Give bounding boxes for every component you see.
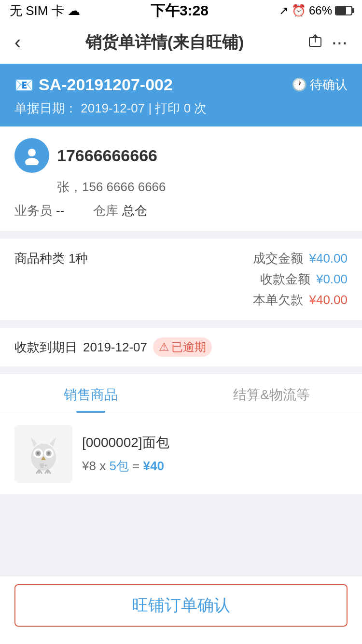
order-date: 2019-12-07 [81, 101, 145, 115]
page-title: 销货单详情(来自旺铺) [85, 31, 244, 54]
svg-marker-5 [30, 437, 37, 447]
sales-meta: 业务员 -- [14, 202, 64, 219]
quantity: 5包 [109, 459, 128, 473]
share-button[interactable] [308, 34, 322, 51]
customer-card: 17666666666 张，156 6666 6666 业务员 -- 仓库 总仓 [0, 126, 362, 231]
tabs: 销售商品 结算&物流等 [0, 374, 362, 413]
summary-card: 商品种类 1种 成交金额 ¥40.00 收款金额 ¥0.00 本单欠款 ¥40.… [0, 238, 362, 320]
tab-sales-products-label: 销售商品 [64, 387, 118, 402]
more-button[interactable]: ··· [332, 31, 348, 53]
order-print: 打印 0 次 [155, 101, 207, 115]
amount-label: 成交金额 [253, 250, 303, 267]
owed-row: 本单欠款 ¥40.00 [253, 292, 348, 308]
svg-point-12 [47, 452, 50, 455]
due-date-value: 2019-12-07 [83, 340, 147, 355]
sim-status: 无 SIM 卡 ☁ [10, 2, 80, 19]
status-bar: 无 SIM 卡 ☁ 下午3:28 ↗ ⏰ 66% [0, 0, 362, 21]
due-date-label: 收款到期日 [14, 339, 77, 356]
summary-right: 成交金额 ¥40.00 收款金额 ¥0.00 本单欠款 ¥40.00 [253, 250, 348, 308]
svg-point-2 [28, 149, 36, 156]
product-type-item: 商品种类 1种 [14, 250, 88, 267]
product-price: ¥8 x 5包 = ¥40 [82, 458, 348, 475]
nav-bar: ‹ 销货单详情(来自旺铺) ··· [0, 21, 362, 64]
alarm-icon: ⏰ [292, 4, 306, 17]
amount-value: ¥40.00 [309, 251, 348, 266]
overdue-badge: ⚠ 已逾期 [153, 337, 212, 357]
customer-meta: 业务员 -- 仓库 总仓 [14, 202, 348, 219]
product-type-value: 1种 [69, 250, 88, 267]
overdue-icon: ⚠ [159, 340, 169, 354]
back-button[interactable]: ‹ [14, 31, 21, 53]
status-right: ↗ ⏰ 66% [279, 4, 352, 17]
order-meta: 单据日期： 2019-12-07 | 打印 0 次 [14, 100, 348, 117]
avatar [14, 138, 49, 173]
tab-settlement-label: 结算&物流等 [233, 387, 310, 402]
tab-sales-products[interactable]: 销售商品 [0, 374, 181, 413]
received-value: ¥0.00 [316, 272, 348, 287]
owed-value: ¥40.00 [309, 293, 348, 308]
received-label: 收款金额 [260, 271, 310, 288]
order-separator: | [148, 101, 155, 115]
nav-actions: ··· [308, 31, 348, 53]
amount-row: 成交金额 ¥40.00 [253, 250, 348, 267]
order-status: 🕐 待确认 [292, 76, 348, 93]
sales-value: -- [56, 203, 64, 218]
due-date-card: 收款到期日 2019-12-07 ⚠ 已逾期 [0, 328, 362, 366]
price-total: ¥40 [143, 459, 164, 473]
product-type-label: 商品种类 [14, 250, 65, 267]
owed-label: 本单欠款 [253, 292, 303, 308]
battery-icon [335, 6, 352, 15]
order-id-text: SA-20191207-002 [39, 75, 173, 94]
customer-phone: 17666666666 [57, 146, 157, 165]
order-header-top: 📧 SA-20191207-002 🕐 待确认 [14, 75, 348, 94]
received-row: 收款金额 ¥0.00 [260, 271, 348, 288]
product-name: [0000002]面包 [82, 434, 348, 452]
warehouse-label: 仓库 [93, 202, 118, 219]
warehouse-meta: 仓库 总仓 [93, 202, 147, 219]
svg-text:管+: 管+ [40, 463, 47, 468]
svg-marker-6 [50, 437, 56, 447]
svg-point-3 [25, 158, 39, 165]
tab-settlement[interactable]: 结算&物流等 [181, 374, 362, 413]
order-icon: 📧 [14, 76, 34, 94]
equals: = [129, 459, 143, 473]
location-icon: ↗ [279, 4, 289, 17]
status-text: 待确认 [310, 76, 348, 93]
order-id: 📧 SA-20191207-002 [14, 75, 173, 94]
product-list: 管+ [0000002]面包 ¥8 x 5包 = ¥40 [0, 413, 362, 494]
product-thumbnail: 管+ [14, 425, 72, 483]
svg-point-11 [37, 452, 40, 455]
summary-left: 商品种类 1种 [14, 250, 88, 267]
battery-status: 66% [309, 4, 332, 17]
sales-label: 业务员 [14, 202, 52, 219]
product-info: [0000002]面包 ¥8 x 5包 = ¥40 [82, 434, 348, 475]
confirm-button[interactable]: 旺铺订单确认 [14, 584, 348, 627]
customer-top: 17666666666 [14, 138, 348, 173]
order-date-label: 单据日期： [14, 101, 77, 115]
bottom-area: 旺铺订单确认 [0, 576, 362, 644]
customer-name: 张，156 6666 6666 [14, 179, 348, 196]
order-header: 📧 SA-20191207-002 🕐 待确认 单据日期： 2019-12-07… [0, 64, 362, 126]
warehouse-value: 总仓 [122, 202, 147, 219]
status-clock-icon: 🕐 [292, 77, 307, 92]
price-base: ¥8 x [82, 459, 109, 473]
status-left: 无 SIM 卡 ☁ [10, 2, 80, 19]
status-time: 下午3:28 [151, 1, 209, 21]
overdue-text: 已逾期 [171, 339, 206, 355]
table-row: 管+ [0000002]面包 ¥8 x 5包 = ¥40 [0, 413, 362, 494]
bottom-spacer [0, 502, 362, 579]
